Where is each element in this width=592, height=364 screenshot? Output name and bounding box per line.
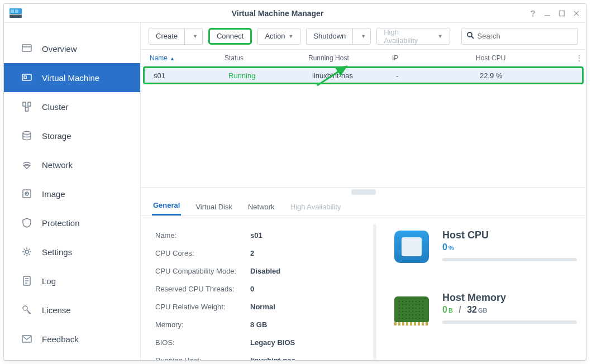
prop-key-cpu-compat: CPU Compatibility Mode: bbox=[155, 267, 250, 275]
svg-point-16 bbox=[23, 132, 31, 135]
sidebar-item-label: Image bbox=[42, 189, 65, 199]
sidebar-item-network[interactable]: Network bbox=[4, 150, 140, 179]
storage-icon bbox=[21, 130, 33, 142]
sidebar-item-image[interactable]: Image bbox=[4, 179, 140, 208]
gauge-host-cpu: Host CPU 0% bbox=[393, 229, 577, 264]
svg-point-27 bbox=[467, 32, 472, 37]
properties-list: Name:s01 CPU Cores:2 CPU Compatibility M… bbox=[150, 224, 373, 360]
prop-val-reserved-threads: 0 bbox=[250, 285, 254, 293]
col-header-more-icon[interactable]: ⋮ bbox=[572, 54, 586, 62]
maximize-icon[interactable] bbox=[558, 9, 566, 17]
tab-general[interactable]: General bbox=[152, 197, 181, 215]
split-handle[interactable] bbox=[141, 187, 586, 196]
chevron-down-icon: ▼ bbox=[193, 33, 198, 39]
sidebar-item-license[interactable]: License bbox=[4, 295, 140, 324]
gauge-cpu-bar bbox=[442, 258, 577, 261]
app-icon bbox=[9, 8, 21, 18]
gauge-mem-value: 0B / 32GB bbox=[442, 305, 577, 315]
tab-virtual-disk[interactable]: Virtual Disk bbox=[194, 198, 233, 215]
search-box[interactable] bbox=[461, 28, 578, 45]
svg-point-4 bbox=[532, 15, 533, 16]
prop-key-relative-weight: CPU Relative Weight: bbox=[155, 303, 250, 311]
connect-button-label: Connect bbox=[217, 32, 244, 40]
prop-val-cpu-cores: 2 bbox=[250, 249, 254, 257]
prop-val-bios: Legacy BIOS bbox=[250, 338, 295, 347]
create-caret[interactable]: ▼ bbox=[184, 28, 202, 44]
svg-rect-1 bbox=[11, 9, 14, 13]
svg-rect-13 bbox=[23, 102, 26, 106]
sidebar-item-log[interactable]: Log bbox=[4, 266, 140, 295]
sidebar-item-feedback[interactable]: Feedback bbox=[4, 324, 140, 353]
vm-icon bbox=[21, 71, 33, 84]
sidebar-item-label: Feedback bbox=[42, 334, 79, 344]
shutdown-button[interactable]: Shutdown ▼ bbox=[306, 28, 371, 45]
chevron-down-icon: ▼ bbox=[438, 33, 443, 39]
prop-val-memory: 8 GB bbox=[250, 320, 267, 329]
col-header-host-cpu[interactable]: Host CPU bbox=[476, 54, 572, 62]
protection-icon bbox=[21, 217, 33, 229]
svg-rect-6 bbox=[560, 11, 565, 16]
sidebar-item-protection[interactable]: Protection bbox=[4, 208, 140, 237]
col-header-name[interactable]: Name▲ bbox=[141, 54, 225, 62]
svg-rect-9 bbox=[22, 45, 31, 51]
action-button[interactable]: Action ▼ bbox=[257, 28, 300, 45]
details-panel: Name:s01 CPU Cores:2 CPU Compatibility M… bbox=[141, 216, 586, 360]
gauge-host-memory: Host Memory 0B / 32GB bbox=[393, 292, 577, 327]
sidebar-item-settings[interactable]: Settings bbox=[4, 237, 140, 266]
vertical-scroll-indicator[interactable] bbox=[373, 224, 376, 360]
prop-val-running-host: linuxhint-nas bbox=[250, 356, 295, 361]
shutdown-caret[interactable]: ▼ bbox=[352, 28, 370, 44]
prop-key-bios: BIOS: bbox=[155, 338, 250, 347]
sidebar-item-virtual-machine[interactable]: Virtual Machine bbox=[4, 63, 140, 92]
svg-point-25 bbox=[23, 306, 27, 310]
gauge-mem-bar bbox=[442, 320, 577, 324]
connect-button[interactable]: Connect bbox=[208, 28, 252, 45]
sidebar-item-label: Cluster bbox=[42, 102, 69, 112]
sidebar-item-label: Protection bbox=[42, 218, 80, 228]
prop-key-reserved-threads: Reserved CPU Threads: bbox=[155, 285, 250, 293]
envelope-icon bbox=[21, 333, 33, 345]
tab-network[interactable]: Network bbox=[247, 198, 276, 215]
toolbar: Create ▼ Connect Action ▼ Shutdown ▼ Hig… bbox=[141, 23, 586, 50]
high-availability-button[interactable]: High Availability ▼ bbox=[376, 28, 450, 45]
help-icon[interactable] bbox=[529, 9, 537, 17]
cell-ip: - bbox=[396, 71, 480, 80]
overview-icon bbox=[21, 42, 33, 55]
col-header-status[interactable]: Status bbox=[225, 54, 308, 62]
create-button[interactable]: Create ▼ bbox=[149, 28, 203, 45]
svg-point-20 bbox=[25, 250, 28, 253]
sidebar-item-overview[interactable]: Overview bbox=[4, 34, 140, 63]
gear-icon bbox=[21, 246, 33, 258]
cell-running-host: linuxhint-nas bbox=[312, 71, 396, 80]
minimize-icon[interactable] bbox=[543, 9, 551, 17]
shutdown-button-label: Shutdown bbox=[307, 28, 352, 44]
memory-chip-icon bbox=[393, 292, 430, 327]
close-icon[interactable] bbox=[572, 9, 580, 17]
prop-val-relative-weight: Normal bbox=[250, 303, 275, 311]
gauge-cpu-value: 0% bbox=[442, 242, 577, 252]
sort-asc-icon: ▲ bbox=[170, 56, 175, 61]
search-input[interactable] bbox=[478, 32, 573, 40]
network-icon bbox=[21, 159, 33, 171]
svg-rect-14 bbox=[28, 102, 31, 106]
gauge-mem-title: Host Memory bbox=[442, 292, 577, 304]
sidebar-item-storage[interactable]: Storage bbox=[4, 121, 140, 150]
svg-point-19 bbox=[27, 194, 27, 194]
cpu-chip-icon bbox=[393, 229, 430, 264]
svg-rect-3 bbox=[9, 15, 22, 18]
table-row[interactable]: s01 Running linuxhint-nas - 22.9 % bbox=[143, 66, 584, 84]
sidebar-item-cluster[interactable]: Cluster bbox=[4, 92, 140, 121]
search-icon bbox=[466, 31, 474, 41]
svg-line-28 bbox=[471, 36, 474, 39]
detail-tabs: General Virtual Disk Network High Availa… bbox=[141, 196, 586, 216]
action-button-label: Action bbox=[265, 32, 285, 40]
tab-high-availability[interactable]: High Availability bbox=[289, 198, 342, 215]
chevron-down-icon: ▼ bbox=[289, 33, 294, 39]
sidebar-item-label: Overview bbox=[42, 44, 77, 54]
col-header-ip[interactable]: IP bbox=[392, 54, 476, 62]
svg-rect-12 bbox=[24, 76, 26, 79]
cell-status: Running bbox=[228, 71, 312, 80]
svg-rect-2 bbox=[15, 9, 18, 13]
svg-rect-15 bbox=[26, 107, 28, 111]
col-header-running-host[interactable]: Running Host bbox=[308, 54, 392, 62]
